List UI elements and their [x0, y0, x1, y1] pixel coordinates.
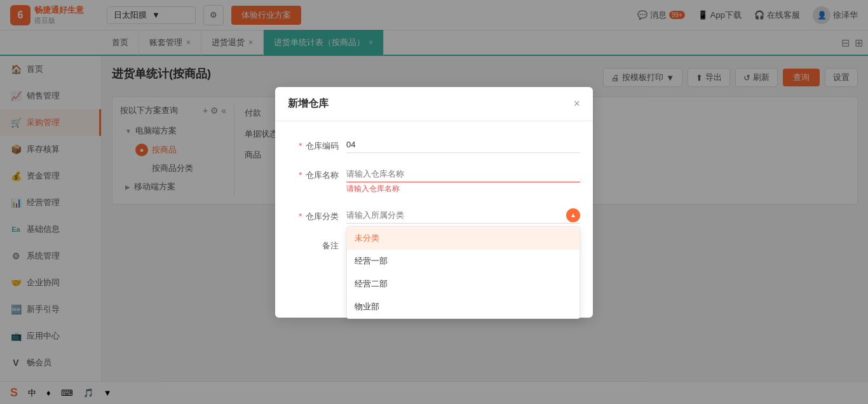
name-input-wrapper: 请输入仓库名称 — [346, 166, 580, 194]
dialog-close-button[interactable]: × — [573, 97, 580, 111]
name-label-text: 仓库名称 — [306, 170, 339, 180]
dropdown-item-dept2[interactable]: 经营二部 — [347, 273, 580, 295]
code-label-text: 仓库编码 — [306, 141, 339, 151]
category-dropdown-arrow[interactable]: ▲ — [566, 208, 580, 222]
category-dropdown-list: 未分类 经营一部 经营二部 物业部 — [346, 226, 580, 319]
required-star-name: * — [299, 170, 302, 180]
required-star-code: * — [299, 141, 302, 151]
name-input[interactable] — [346, 166, 580, 182]
category-label: * 仓库分类 — [288, 207, 339, 222]
new-warehouse-dialog: 新增仓库 × * 仓库编码 * 仓库名称 — [275, 87, 593, 318]
code-input-wrapper — [346, 137, 580, 153]
dropdown-item-dept1[interactable]: 经营一部 — [347, 250, 580, 273]
dropdown-item-none[interactable]: 未分类 — [347, 227, 580, 250]
dialog-header: 新增仓库 × — [275, 87, 593, 121]
category-label-text: 仓库分类 — [306, 212, 339, 221]
dropdown-item-dept3[interactable]: 物业部 — [347, 295, 580, 318]
name-label: * 仓库名称 — [288, 166, 339, 181]
modal-overlay: 新增仓库 × * 仓库编码 * 仓库名称 — [0, 0, 868, 404]
category-input[interactable] — [346, 207, 580, 224]
name-error-message: 请输入仓库名称 — [346, 184, 580, 194]
code-input[interactable] — [346, 137, 580, 153]
dialog-body: * 仓库编码 * 仓库名称 请输入仓库名称 — [275, 121, 593, 276]
dialog-title: 新增仓库 — [288, 97, 329, 111]
note-label: 备注 — [288, 236, 339, 252]
dialog-row-name: * 仓库名称 请输入仓库名称 — [288, 166, 580, 194]
dialog-row-category: * 仓库分类 ▲ 未分类 经营一部 经营二部 物业部 — [288, 207, 580, 224]
category-select-wrapper: ▲ 未分类 经营一部 经营二部 物业部 — [346, 207, 580, 224]
dialog-row-code: * 仓库编码 — [288, 137, 580, 153]
required-star-category: * — [299, 212, 302, 221]
code-label: * 仓库编码 — [288, 137, 339, 152]
note-label-text: 备注 — [322, 241, 339, 250]
